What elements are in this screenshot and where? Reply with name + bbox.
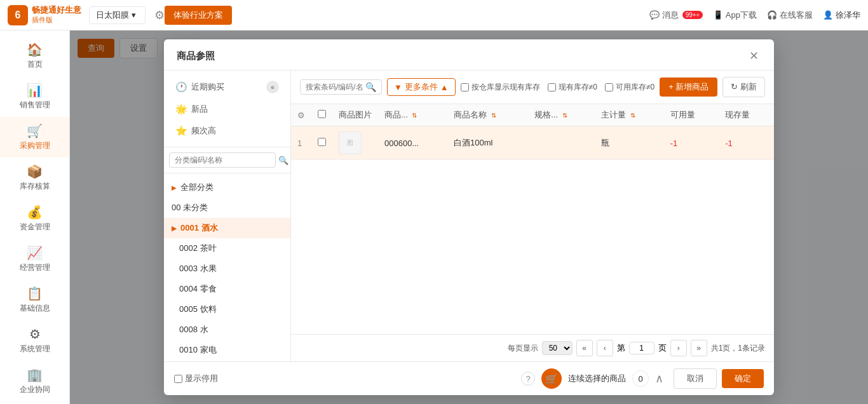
product-table-wrap: ⚙ 商品图片 商品... ⇅ [291, 104, 774, 334]
select-all-checkbox[interactable] [318, 110, 326, 118]
company-selector[interactable]: 日太阳膜 ▾ [89, 6, 146, 24]
modal-title: 商品参照 [177, 50, 215, 62]
cat-label-0002: 0002 茶叶 [179, 243, 217, 254]
category-00[interactable]: 00 未分类 [164, 198, 290, 218]
stock-ne0-checkbox-input[interactable] [548, 83, 556, 91]
th-code[interactable]: 商品... ⇅ [378, 104, 447, 126]
company-name: 日太阳膜 [96, 10, 129, 21]
refresh-button[interactable]: ↻ 刷新 [722, 77, 765, 97]
category-all[interactable]: ▶ 全部分类 [164, 177, 290, 198]
trial-button[interactable]: 体验行业方案 [165, 6, 232, 25]
warehouse-checkbox[interactable]: 按仓库显示现有库存 [461, 82, 540, 93]
th-code-label: 商品... [384, 110, 408, 119]
th-spec-label: 规格... [534, 110, 558, 119]
first-page-button[interactable]: « [576, 340, 593, 356]
sidebar: 🏠 首页 📊 销售管理 🛒 采购管理 📦 库存核算 💰 资金管理 📈 经营管理 … [0, 30, 70, 404]
td-checkbox-0[interactable] [311, 126, 332, 160]
category-0008[interactable]: 0008 水 [172, 320, 290, 340]
logo-icon: 6 [8, 5, 28, 25]
display-disabled-label: 显示停用 [185, 373, 218, 384]
category-0010[interactable]: 0010 家电 [172, 340, 290, 360]
mobile-icon: 📱 [713, 10, 723, 20]
modal-close-button[interactable]: ✕ [746, 48, 761, 64]
category-0005[interactable]: 0005 饮料 [172, 299, 290, 320]
confirm-button[interactable]: 确定 [722, 369, 764, 388]
modal-toolbar: 🔍 ▼ 更多条件 ▲ 按仓库显示现有库存 [291, 71, 774, 104]
new-label: 新品 [191, 104, 208, 115]
sidebar-item-operations[interactable]: 📈 经营管理 [0, 239, 69, 279]
table-header-row: ⚙ 商品图片 商品... ⇅ [291, 104, 774, 126]
modal-right-panel: 🔍 ▼ 更多条件 ▲ 按仓库显示现有库存 [291, 71, 774, 361]
th-spec[interactable]: 规格... ⇅ [528, 104, 595, 126]
next-page-button[interactable]: › [670, 340, 687, 356]
sidebar-item-inventory[interactable]: 📦 库存核算 [0, 158, 69, 198]
purchase-icon: 🛒 [27, 123, 43, 138]
app-download-item[interactable]: 📱 App下载 [713, 10, 757, 21]
display-disabled-input[interactable] [174, 375, 182, 383]
logo-sub: 插件版 [32, 15, 81, 25]
online-service-label: 在线客服 [780, 10, 813, 21]
table-row[interactable]: 1 图 000600... 白酒100ml 瓶 -1 -1 [291, 126, 774, 160]
cancel-button[interactable]: 取消 [674, 368, 717, 389]
message-nav-item[interactable]: 💬 消息 99++ [649, 10, 703, 21]
stock-ne0-label: 现有库存≠0 [559, 82, 597, 93]
page-size-select[interactable]: 50 [542, 341, 573, 355]
main-content: 查询 设置 刷新 商品参照 ✕ [70, 30, 868, 404]
category-0004[interactable]: 0004 零食 [172, 279, 290, 299]
display-disabled-checkbox[interactable]: 显示停用 [174, 373, 218, 384]
cart-text: 连续选择的商品 [568, 373, 626, 384]
collapse-button[interactable]: « [266, 81, 279, 93]
sidebar-item-sales[interactable]: 📊 销售管理 [0, 76, 69, 117]
sidebar-item-guide[interactable]: 🎯 新手引导 [0, 401, 69, 404]
cat-label-0004: 0004 零食 [179, 283, 217, 295]
product-search-input[interactable] [306, 83, 363, 91]
th-unit-label: 主计量 [601, 110, 626, 119]
td-spec-0 [528, 126, 595, 160]
category-search-input[interactable] [169, 152, 276, 168]
product-search-button[interactable]: 🔍 [365, 82, 376, 92]
sidebar-label-purchase: 采购管理 [20, 140, 50, 151]
frequent-btn[interactable]: ⭐ 频次高 [170, 121, 284, 140]
cart-icon[interactable]: 🛒 [541, 368, 562, 389]
logo: 6 畅捷通好生意 插件版 [8, 5, 81, 25]
cart-collapse-icon[interactable]: ∧ [655, 372, 663, 386]
th-unit[interactable]: 主计量 ⇅ [595, 104, 663, 126]
category-0003[interactable]: 0003 水果 [172, 259, 290, 279]
category-0001[interactable]: ▶ 0001 酒水 [164, 218, 290, 238]
sidebar-item-finance[interactable]: 💰 资金管理 [0, 198, 69, 239]
sidebar-item-basic[interactable]: 📋 基础信息 [0, 279, 69, 320]
stock-ne0-checkbox[interactable]: 现有库存≠0 [548, 82, 597, 93]
page-input[interactable] [629, 342, 654, 354]
prev-page-button[interactable]: ‹ [597, 340, 613, 356]
new-product-btn[interactable]: 🌟 新品 [170, 100, 284, 119]
settings-icon[interactable]: ⚙ [154, 8, 165, 22]
available-ne0-checkbox-input[interactable] [605, 83, 613, 91]
category-search-button[interactable]: 🔍 [278, 156, 288, 165]
th-name[interactable]: 商品名称 ⇅ [447, 104, 528, 126]
th-stock: 现存量 [719, 104, 774, 126]
sidebar-item-purchase[interactable]: 🛒 采购管理 [0, 117, 69, 158]
sidebar-item-enterprise[interactable]: 🏢 企业协同 [0, 361, 69, 401]
user-nav-item[interactable]: 👤 徐泽华 [823, 10, 860, 21]
cat-label-0005: 0005 饮料 [179, 304, 217, 315]
message-label: 消息 [662, 10, 679, 21]
sidebar-item-system[interactable]: ⚙ 系统管理 [0, 320, 69, 361]
settings-col-icon[interactable]: ⚙ [297, 111, 305, 120]
recent-purchase-btn[interactable]: 🕐 近期购买 « [170, 77, 284, 97]
filter-button[interactable]: ▼ 更多条件 ▲ [387, 78, 456, 96]
chevron-down-icon: ▾ [132, 10, 136, 20]
sidebar-label-system: 系统管理 [20, 344, 50, 354]
sidebar-label-home: 首页 [27, 59, 43, 70]
last-page-button[interactable]: » [691, 340, 707, 356]
available-ne0-checkbox[interactable]: 可用库存≠0 [605, 82, 654, 93]
online-service-item[interactable]: 🎧 在线客服 [767, 10, 813, 21]
td-name-0: 白酒100ml [447, 126, 528, 160]
category-0002[interactable]: 0002 茶叶 [172, 238, 290, 259]
logo-text: 畅捷通好生意 [32, 5, 81, 15]
sidebar-item-home[interactable]: 🏠 首页 [0, 36, 69, 76]
product-thumbnail: 图 [339, 131, 362, 154]
help-icon[interactable]: ? [521, 372, 535, 386]
recent-icon: 🕐 [175, 81, 187, 93]
warehouse-checkbox-input[interactable] [461, 83, 469, 91]
add-product-button[interactable]: + 新增商品 [660, 77, 717, 97]
